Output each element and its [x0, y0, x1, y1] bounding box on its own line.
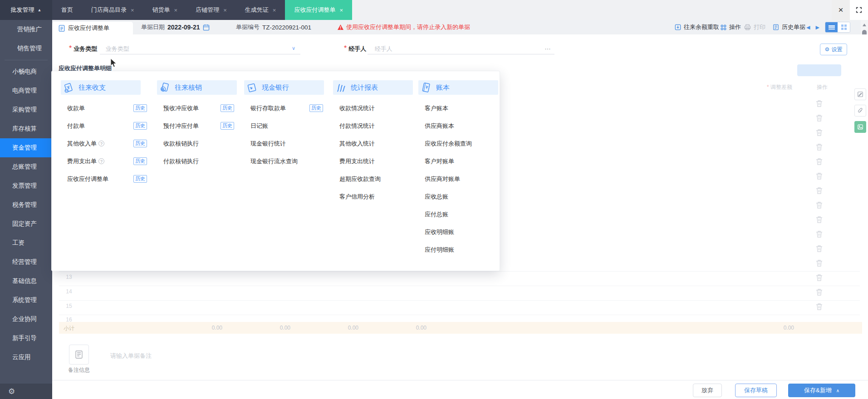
menu-item-supplier-statement[interactable]: 供应商对账单 — [418, 170, 493, 188]
delete-row-icon[interactable] — [816, 129, 823, 136]
attachment-tool-button[interactable] — [854, 105, 866, 117]
history-badge[interactable]: 历史 — [133, 175, 147, 183]
menu-item-ap-detail-ledger[interactable]: 应付明细账 — [418, 241, 493, 258]
menu-item-receipt-bill[interactable]: 收款单 历史 — [61, 99, 157, 117]
list-view-toggle[interactable] — [825, 22, 838, 32]
menu-item-ar-ap-adjustment[interactable]: 应收应付调整单 历史 — [61, 170, 157, 188]
settings-gear-icon[interactable]: ⚙ — [8, 387, 15, 396]
menu-item-supplier-ledger[interactable]: 供应商账本 — [418, 117, 493, 135]
sidebar-item-cloud-apps[interactable]: 云应用 — [0, 348, 52, 367]
obscured-action-button[interactable] — [797, 64, 841, 76]
delete-row-icon[interactable] — [816, 172, 823, 180]
sidebar-item-payroll[interactable]: 工资 — [0, 234, 52, 253]
prev-record-arrow[interactable]: ◀ — [806, 24, 810, 30]
history-badge[interactable]: 历史 — [133, 140, 147, 147]
note-tool-button[interactable] — [854, 88, 866, 100]
menu-item-payment-writeoff-exec[interactable]: 付款核销执行 — [157, 152, 244, 170]
menu-item-prepay-offset[interactable]: 预付冲应付单 历史 — [157, 117, 244, 135]
menu-item-overdue-ar-query[interactable]: 超期应收款查询 — [333, 170, 418, 188]
tab-generate-voucher[interactable]: 生成凭证 × — [236, 0, 285, 20]
history-badge[interactable]: 历史 — [133, 104, 147, 112]
sidebar-item-funds[interactable]: 资金管理 — [0, 138, 52, 157]
delete-row-icon[interactable] — [816, 303, 823, 310]
menu-item-expense-stats[interactable]: 费用支出统计 — [333, 152, 418, 170]
sidebar-item-tax[interactable]: 税务管理 — [0, 195, 52, 214]
menu-item-receipt-writeoff-exec[interactable]: 收款核销执行 — [157, 135, 244, 152]
menu-item-expense-bill[interactable]: 费用支出单 ? 历史 — [61, 152, 157, 170]
discard-button[interactable]: 放弃 — [693, 384, 722, 397]
history-bills-button[interactable]: 历史单据 — [773, 20, 805, 34]
scroll-up-arrow[interactable] — [863, 24, 866, 26]
delete-row-icon[interactable] — [816, 259, 823, 267]
delete-row-icon[interactable] — [816, 230, 823, 238]
sidebar-item-xiaochang-ecom[interactable]: 小畅电商 — [0, 62, 52, 81]
sidebar-item-inventory[interactable]: 库存核算 — [0, 119, 52, 138]
delete-row-icon[interactable] — [816, 216, 823, 223]
help-icon[interactable]: ? — [98, 141, 104, 146]
delete-row-icon[interactable] — [816, 274, 823, 281]
delete-row-icon[interactable] — [816, 187, 823, 194]
sidebar-item-collaboration[interactable]: 企业协同 — [0, 310, 52, 329]
document-type-tab[interactable]: 应收应付调整单 — [52, 22, 133, 34]
bill-date-value[interactable]: 2022-09-21 — [167, 24, 200, 31]
remark-attachment-box[interactable] — [69, 345, 89, 365]
menu-item-ar-ap-balance-query[interactable]: 应收应付余额查询 — [418, 135, 493, 152]
menu-item-ar-general-ledger[interactable]: 应收总账 — [418, 188, 493, 205]
menu-item-cash-bank-flow-query[interactable]: 现金银行流水查询 — [244, 152, 333, 170]
column-settings-button[interactable]: ⚙ 设置 — [820, 44, 847, 55]
menu-item-bank-deposit-bill[interactable]: 银行存取款单 历史 — [244, 99, 333, 117]
image-tool-button[interactable] — [854, 121, 866, 133]
sidebar-item-marketing[interactable]: 营销推广 — [0, 20, 52, 39]
history-badge[interactable]: 历史 — [309, 104, 323, 112]
sidebar-item-system[interactable]: 系统管理 — [0, 291, 52, 310]
remark-placeholder[interactable]: 请输入单据备注 — [110, 352, 152, 360]
delete-row-icon[interactable] — [816, 201, 823, 209]
tab-close-icon[interactable]: × — [339, 7, 343, 14]
sidebar-item-purchase[interactable]: 采购管理 — [0, 100, 52, 119]
next-record-arrow[interactable]: ▶ — [815, 24, 819, 30]
sidebar-item-basic-info[interactable]: 基础信息 — [0, 272, 52, 291]
app-module-switcher[interactable]: 批发管理 ▲ — [0, 0, 52, 20]
tab-store-catalog[interactable]: 门店商品目录 × — [82, 0, 143, 20]
history-badge[interactable]: 历史 — [133, 157, 147, 165]
sidebar-item-sales[interactable]: 销售管理 — [0, 39, 52, 58]
sidebar-item-fixed-assets[interactable]: 固定资产 — [0, 214, 52, 234]
menu-item-journal[interactable]: 日记账 — [244, 117, 333, 135]
caret-up-icon[interactable]: ∧ — [836, 388, 839, 393]
tab-ar-ap-adjustment[interactable]: 应收应付调整单 × — [285, 0, 352, 20]
tab-close-icon[interactable]: × — [223, 7, 227, 14]
sidebar-item-ecom[interactable]: 电商管理 — [0, 81, 52, 100]
menu-item-payment-stats[interactable]: 付款情况统计 — [333, 117, 418, 135]
save-and-new-button[interactable]: 保存&新增 ∧ — [788, 384, 855, 397]
sidebar-item-beginner-guide[interactable]: 新手引导 — [0, 329, 52, 348]
balance-refetch-button[interactable]: 往来余额重取 — [675, 20, 719, 34]
window-close-button[interactable]: × — [832, 0, 850, 20]
menu-item-cash-bank-stats[interactable]: 现金银行统计 — [244, 135, 333, 152]
menu-item-receipt-stats[interactable]: 收款情况统计 — [333, 99, 418, 117]
menu-item-other-income-stats[interactable]: 其他收入统计 — [333, 135, 418, 152]
history-badge[interactable]: 历史 — [221, 104, 234, 112]
tab-sales-order[interactable]: 销货单 × — [143, 0, 187, 20]
save-draft-button[interactable]: 保存草稿 — [735, 384, 777, 397]
help-icon[interactable]: ? — [98, 158, 104, 164]
window-fullscreen-button[interactable] — [850, 0, 868, 20]
delete-row-icon[interactable] — [816, 143, 823, 151]
operate-menu-button[interactable]: 操作 — [721, 20, 741, 34]
delete-row-icon[interactable] — [816, 114, 823, 122]
calendar-icon[interactable] — [203, 24, 210, 31]
delete-row-icon[interactable] — [816, 100, 823, 107]
delete-row-icon[interactable] — [816, 288, 823, 296]
menu-item-other-income-bill[interactable]: 其他收入单 ? 历史 — [61, 135, 157, 152]
tab-close-icon[interactable]: × — [174, 7, 178, 14]
menu-item-customer-statement[interactable]: 客户对账单 — [418, 152, 493, 170]
menu-item-payment-bill[interactable]: 付款单 历史 — [61, 117, 157, 135]
delete-row-icon[interactable] — [816, 245, 823, 252]
history-badge[interactable]: 历史 — [133, 122, 147, 130]
delete-row-icon[interactable] — [816, 158, 823, 165]
history-badge[interactable]: 历史 — [221, 122, 234, 130]
sidebar-item-invoice[interactable]: 发票管理 — [0, 176, 52, 195]
card-view-toggle[interactable] — [838, 22, 850, 32]
tab-shop-management[interactable]: 店铺管理 × — [186, 0, 236, 20]
tab-close-icon[interactable]: × — [131, 7, 134, 14]
tab-home[interactable]: 首页 — [52, 0, 82, 20]
